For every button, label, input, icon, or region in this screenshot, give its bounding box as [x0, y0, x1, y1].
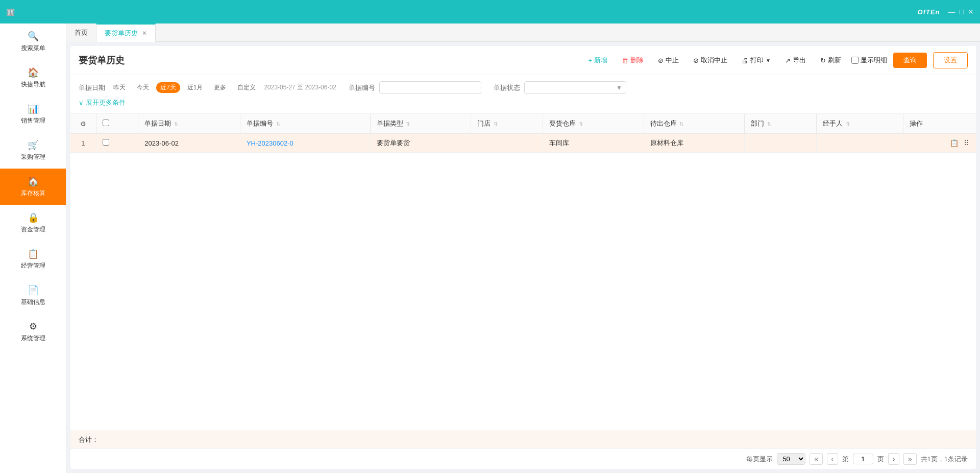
table-container: ⚙ 单据日期 ⇅ 单据编号	[70, 114, 976, 431]
th-handler-sort-icon: ⇅	[846, 121, 850, 127]
page-suffix: 页	[877, 455, 884, 464]
tab-close-button[interactable]: ✕	[142, 24, 147, 42]
per-page-select[interactable]: 10 20 50 100	[777, 453, 805, 465]
basic-info-icon: 📄	[28, 285, 39, 296]
select-all-checkbox[interactable]	[103, 120, 109, 126]
display-cell-checkbox[interactable]	[851, 57, 859, 64]
sidebar-item-sales[interactable]: 📊 销售管理	[0, 96, 66, 132]
th-pending-warehouse[interactable]: 待出仓库 ⇅	[644, 114, 745, 134]
query-button[interactable]: 查询	[893, 53, 927, 68]
th-date[interactable]: 单据日期 ⇅	[138, 114, 240, 134]
last-page-button[interactable]: »	[903, 453, 916, 465]
th-type-sort-icon: ⇅	[406, 121, 410, 127]
main-area: 🔍 搜索菜单 🏠 快捷导航 📊 销售管理 🛒 采购管理 🏠 库存核算 🔒	[0, 23, 980, 473]
row-view-button[interactable]: 📋	[949, 138, 960, 148]
th-date-sort-icon: ⇅	[174, 121, 178, 127]
sidebar-item-label: 搜索菜单	[21, 44, 45, 53]
window-controls: — □ ✕	[948, 8, 974, 16]
refresh-button[interactable]: ↻ 刷新	[816, 54, 845, 67]
purchase-icon: 🛒	[28, 139, 39, 151]
table-header: ⚙ 单据日期 ⇅ 单据编号	[70, 114, 976, 134]
cell-no: YH-20230602-0	[240, 134, 370, 153]
sidebar-item-operations[interactable]: 📋 经营管理	[0, 241, 66, 277]
table-row[interactable]: 1 2023-06-02 YH-20230602-0 要货单要货	[70, 134, 976, 153]
cancel-stop-icon: ⊘	[693, 57, 699, 64]
search-menu-icon: 🔍	[28, 31, 39, 42]
sidebar-item-label: 系统管理	[21, 334, 45, 343]
date-today[interactable]: 今天	[133, 82, 153, 93]
order-no-input[interactable]	[379, 81, 481, 94]
sidebar-item-system[interactable]: ⚙ 系统管理	[0, 314, 66, 350]
minimize-button[interactable]: —	[948, 8, 955, 16]
sidebar-item-label: 销售管理	[21, 116, 45, 125]
filter-area: 单据日期 昨天 今天 近7天 近1月 更多 自定义 2023-05-27 至 2…	[70, 75, 976, 114]
row-checkbox[interactable]	[103, 139, 109, 146]
cell-checkbox	[96, 134, 138, 153]
app-logo: 🏢	[6, 8, 15, 16]
th-req-warehouse[interactable]: 要货仓库 ⇅	[543, 114, 644, 134]
th-settings[interactable]: ⚙	[70, 114, 96, 134]
next-page-button[interactable]: ›	[888, 453, 899, 465]
tab-home[interactable]: 首页	[66, 23, 96, 42]
th-store[interactable]: 门店 ⇅	[471, 114, 543, 134]
new-button[interactable]: + 新增	[584, 54, 612, 67]
date-filter-label: 单据日期	[79, 83, 105, 92]
order-no-label: 单据编号	[349, 83, 375, 92]
display-cell-label[interactable]: 显示明细	[851, 56, 887, 65]
page-label: 第	[842, 455, 849, 464]
export-button[interactable]: ↗ 导出	[781, 54, 810, 67]
th-handler[interactable]: 经手人 ⇅	[817, 114, 903, 134]
settings-button[interactable]: 设置	[933, 52, 968, 68]
content-area: 首页 要货单历史 ✕ 要货单历史 + 新增	[66, 23, 980, 473]
expand-more-button[interactable]: ∨ 展开更多条件	[79, 98, 968, 107]
tab-requisition-history[interactable]: 要货单历史 ✕	[96, 23, 156, 42]
operations-icon: 📋	[28, 248, 39, 259]
total-label: 合计：	[79, 436, 99, 443]
export-icon: ↗	[785, 57, 791, 64]
date-yesterday[interactable]: 昨天	[109, 82, 130, 93]
export-label: 导出	[793, 56, 806, 65]
th-no[interactable]: 单据编号 ⇅	[240, 114, 370, 134]
cell-handler	[817, 134, 903, 153]
top-right: OfTEn — □ ✕	[918, 8, 974, 16]
table-body: 1 2023-06-02 YH-20230602-0 要货单要货	[70, 134, 976, 153]
date-last-month[interactable]: 近1月	[183, 82, 207, 93]
tab-home-label: 首页	[75, 23, 88, 42]
page-input[interactable]	[853, 454, 873, 464]
refresh-icon: ↻	[820, 57, 826, 64]
row-more-button[interactable]: ⠿	[963, 138, 970, 148]
th-dept[interactable]: 部门 ⇅	[745, 114, 817, 134]
sidebar-item-quick-nav[interactable]: 🏠 快捷导航	[0, 60, 66, 96]
th-store-sort-icon: ⇅	[494, 121, 498, 127]
print-button[interactable]: 🖨 打印 ▼	[738, 54, 775, 67]
column-settings-icon[interactable]: ⚙	[80, 120, 86, 128]
sales-icon: 📊	[28, 103, 39, 114]
th-actions-label: 操作	[910, 120, 923, 127]
sidebar-item-finance[interactable]: 🔒 资金管理	[0, 205, 66, 241]
cancel-stop-button[interactable]: ⊘ 取消中止	[689, 54, 731, 67]
date-custom[interactable]: 自定义	[233, 82, 260, 93]
stop-icon: ⊘	[658, 57, 664, 64]
maximize-button[interactable]: □	[960, 8, 964, 16]
th-type[interactable]: 单据类型 ⇅	[370, 114, 471, 134]
date-more[interactable]: 更多	[210, 82, 230, 93]
stop-button[interactable]: ⊘ 中止	[654, 54, 683, 67]
sidebar-item-inventory[interactable]: 🏠 库存核算	[0, 169, 66, 205]
status-select[interactable]	[524, 81, 626, 94]
sidebar-item-label: 库存核算	[21, 189, 45, 198]
sidebar-item-basic-info[interactable]: 📄 基础信息	[0, 277, 66, 314]
order-no-link[interactable]: YH-20230602-0	[247, 139, 293, 147]
sidebar-item-purchase[interactable]: 🛒 采购管理	[0, 132, 66, 169]
delete-button[interactable]: 🗑 删除	[618, 54, 648, 67]
th-type-label: 单据类型	[377, 120, 403, 127]
th-checkbox	[96, 114, 138, 134]
date-last7days[interactable]: 近7天	[156, 82, 180, 93]
prev-page-button[interactable]: ‹	[827, 453, 838, 465]
first-page-button[interactable]: «	[810, 453, 822, 465]
close-button[interactable]: ✕	[968, 8, 974, 16]
sidebar-item-search-menu[interactable]: 🔍 搜索菜单	[0, 23, 66, 60]
th-req-warehouse-sort-icon: ⇅	[579, 121, 583, 127]
header-actions: + 新增 🗑 删除 ⊘ 中止 ⊘ 取消中止	[584, 52, 968, 68]
filter-row-1: 单据日期 昨天 今天 近7天 近1月 更多 自定义 2023-05-27 至 2…	[79, 81, 968, 94]
th-req-warehouse-label: 要货仓库	[549, 120, 576, 127]
